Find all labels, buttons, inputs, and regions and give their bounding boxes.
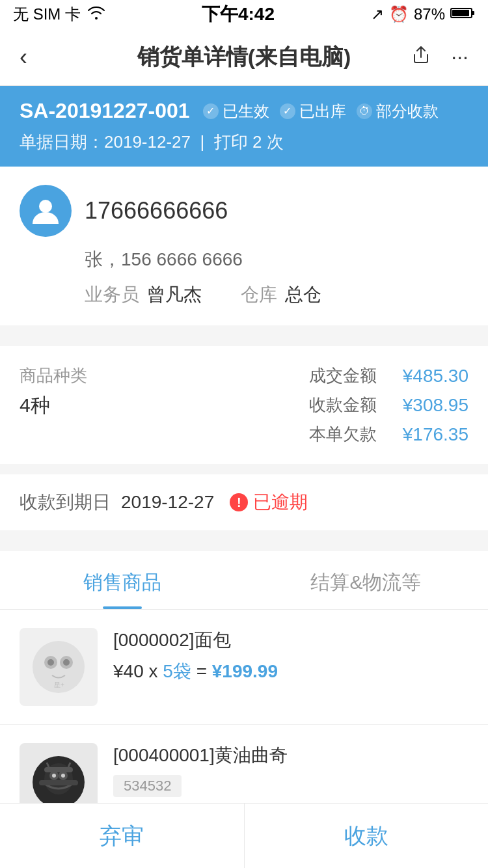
amount-value: ¥485.30: [403, 366, 468, 387]
due-section: 收款到期日 2019-12-27 ! 已逾期: [0, 474, 488, 530]
product-price-1: ¥40 x 5袋 = ¥199.99: [113, 659, 468, 684]
header-sub: 单据日期：2019-12-27 | 打印 2 次: [20, 131, 468, 154]
stat-received: 收款金额 ¥308.95: [309, 394, 468, 416]
order-date: 单据日期：2019-12-27: [20, 132, 191, 152]
avatar: [20, 185, 72, 237]
due-date: 2019-12-27: [121, 492, 214, 513]
price-total-1: ¥199.99: [212, 661, 278, 681]
customer-meta: 业务员 曾凡杰 仓库 总仓: [85, 282, 468, 307]
badge-shipped: ✓ 已出库: [280, 101, 346, 122]
carrier-text: 无 SIM 卡: [13, 4, 81, 25]
nav-bar: ‹ 销货单详情(来自电脑) ···: [0, 29, 488, 86]
cancel-button[interactable]: 弃审: [0, 804, 245, 868]
debt-value: ¥176.35: [403, 424, 468, 445]
stats-left: 商品种类 4种: [20, 364, 87, 419]
svg-point-8: [63, 659, 70, 666]
price-qty-1: 5袋: [163, 661, 191, 681]
svg-rect-2: [452, 10, 469, 16]
amount-label: 成交金额: [309, 364, 377, 387]
confirm-label: 收款: [344, 821, 388, 851]
tabs-row: 销售商品 结算&物流等: [0, 551, 488, 609]
tab-settlement-label: 结算&物流等: [310, 571, 421, 593]
product-name-2: [000400001]黄油曲奇: [113, 743, 468, 768]
wifi-icon: [87, 5, 105, 23]
alarm-icon: ⏰: [389, 5, 409, 23]
meta-sales: 业务员 曾凡杰: [85, 282, 202, 307]
separator1: [0, 336, 488, 346]
badge-partial-label: 部分收款: [376, 101, 439, 122]
status-right: ↗ ⏰ 87%: [371, 5, 475, 23]
check-icon2: ✓: [280, 103, 295, 119]
more-icon[interactable]: ···: [451, 45, 468, 69]
status-badges: ✓ 已生效 ✓ 已出库 ⏱ 部分收款: [203, 101, 439, 122]
table-row: 星+ [0000002]面包 ¥40 x 5袋 = ¥199.99: [0, 610, 488, 725]
warehouse-value: 总仓: [285, 282, 321, 307]
status-time: 下午4:42: [202, 2, 275, 27]
tabs-section: 销售商品 结算&物流等: [0, 551, 488, 610]
confirm-button[interactable]: 收款: [245, 804, 489, 868]
price-x-1: x: [149, 661, 163, 681]
badge-effective-label: 已生效: [223, 101, 269, 122]
check-icon1: ✓: [203, 103, 219, 119]
battery-text: 87%: [414, 5, 445, 23]
product-info-1: [0000002]面包 ¥40 x 5袋 = ¥199.99: [113, 628, 468, 684]
svg-point-7: [47, 659, 54, 666]
svg-point-3: [39, 200, 52, 213]
share-icon[interactable]: [411, 44, 431, 70]
bottom-actions: 弃审 收款: [0, 803, 488, 868]
header-banner: SA-20191227-001 ✓ 已生效 ✓ 已出库 ⏱ 部分收款 单据日期：…: [0, 86, 488, 167]
badge-shipped-label: 已出库: [299, 101, 346, 122]
svg-rect-1: [472, 11, 474, 15]
svg-text:星+: 星+: [54, 681, 64, 688]
svg-rect-17: [44, 767, 73, 772]
price-base-1: ¥40: [113, 661, 144, 681]
stat-debt: 本单欠款 ¥176.35: [309, 423, 468, 446]
meta-warehouse: 仓库 总仓: [241, 282, 321, 307]
stats-section: 商品种类 4种 成交金额 ¥485.30 收款金额 ¥308.95 本单欠款 ¥…: [0, 346, 488, 464]
svg-point-15: [61, 774, 65, 778]
debt-label: 本单欠款: [309, 423, 377, 446]
badge-partial: ⏱ 部分收款: [357, 101, 439, 122]
battery-icon: [450, 5, 475, 23]
tab-sales-goods-label: 销售商品: [83, 571, 161, 593]
product-name-1: [0000002]面包: [113, 628, 468, 653]
tab-sales-goods[interactable]: 销售商品: [0, 551, 244, 609]
back-button[interactable]: ‹: [20, 44, 27, 71]
overdue-badge: ! 已逾期: [230, 490, 308, 515]
sales-label: 业务员: [85, 282, 139, 307]
sales-value: 曾凡杰: [147, 282, 202, 307]
cancel-label: 弃审: [100, 821, 144, 851]
svg-rect-16: [39, 780, 78, 785]
stat-amount: 成交金额 ¥485.30: [309, 364, 468, 387]
nav-actions: ···: [411, 44, 468, 70]
status-left: 无 SIM 卡: [13, 4, 105, 25]
customer-info: 张，156 6666 6666: [85, 247, 468, 272]
location-icon: ↗: [371, 5, 384, 23]
overdue-text: 已逾期: [253, 490, 308, 515]
print-count: 打印 2 次: [214, 132, 284, 152]
separator2: [0, 530, 488, 541]
clock-icon: ⏱: [357, 103, 372, 119]
product-image-1: 星+: [20, 628, 98, 706]
tab-settlement[interactable]: 结算&物流等: [244, 551, 488, 609]
order-id: SA-20191227-001: [20, 99, 190, 123]
overdue-icon: !: [230, 493, 248, 511]
nav-title: 销货单详情(来自电脑): [137, 42, 351, 72]
status-bar: 无 SIM 卡 下午4:42 ↗ ⏰ 87%: [0, 0, 488, 29]
badge-effective: ✓ 已生效: [203, 101, 269, 122]
warehouse-label: 仓库: [241, 282, 277, 307]
received-label: 收款金额: [309, 394, 377, 416]
product-batch-2: 534532: [113, 775, 182, 797]
type-label: 商品种类: [20, 364, 87, 387]
customer-phone: 17666666666: [85, 197, 228, 224]
due-label: 收款到期日: [20, 490, 111, 515]
price-eq-1: =: [197, 661, 212, 681]
svg-point-14: [52, 774, 56, 778]
customer-row: 17666666666: [20, 185, 468, 237]
type-value: 4种: [20, 392, 87, 419]
customer-section: 17666666666 张，156 6666 6666 业务员 曾凡杰 仓库 总…: [0, 167, 488, 325]
received-value: ¥308.95: [403, 395, 468, 416]
stats-right: 成交金额 ¥485.30 收款金额 ¥308.95 本单欠款 ¥176.35: [309, 364, 468, 446]
